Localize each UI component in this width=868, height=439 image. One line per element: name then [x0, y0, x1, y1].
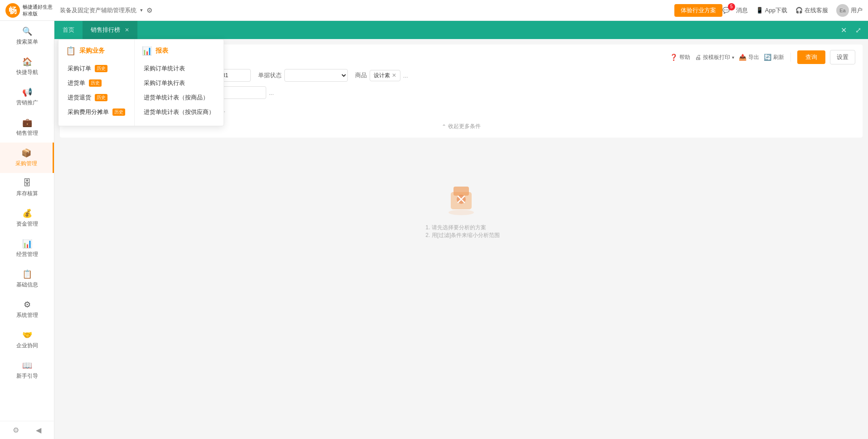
collapse-sidebar-icon[interactable]: ◀: [36, 426, 41, 434]
sidebar-item-system[interactable]: ⚙ 系统管理: [0, 294, 54, 325]
doc-status-filter: 单据状态: [258, 69, 348, 82]
sidebar-item-marketing[interactable]: 📢 营销推广: [0, 82, 54, 112]
inventory-icon: 🗄: [23, 178, 31, 188]
purchase-col: 📋 采购业务 采购订单 历史 进货单 历史 进货退货 历史 采购费用分摊单 历史: [59, 39, 135, 126]
query-button[interactable]: 查询: [797, 50, 825, 64]
collapse-icon: ⌃: [442, 123, 446, 130]
set-button[interactable]: 设置: [830, 50, 855, 64]
topbar-title: 装备及固定资产辅助管理系统 ▾ ⚙: [60, 6, 669, 15]
empty-icon: [441, 178, 482, 219]
home-icon: 🏠: [22, 57, 32, 67]
sidebar-item-inventory[interactable]: 🗄 库存核算: [0, 173, 54, 203]
dropdown-purchase-order[interactable]: 采购订单 历史: [66, 61, 127, 76]
avatar: Ea: [836, 4, 849, 17]
print-dropdown-icon: ▾: [732, 55, 734, 60]
help-action[interactable]: ❓ 帮助: [670, 54, 690, 61]
sidebar-item-guide[interactable]: 📖 新手引导: [0, 355, 54, 385]
app-download-item[interactable]: 📱 App下载: [756, 6, 787, 15]
dropdown-inbound[interactable]: 进货单 历史: [66, 76, 127, 90]
report-col: 📊 报表 采购订单统计表 采购订单执行表 进货单统计表（按商品） 进货单统计表（…: [135, 39, 224, 126]
guide-icon: 📖: [22, 360, 32, 370]
help-icon: ❓: [670, 54, 678, 61]
svg-point-0: [449, 210, 474, 215]
export-icon: 📤: [739, 54, 746, 61]
sales-icon: 💼: [22, 118, 32, 128]
sidebar-item-purchase[interactable]: 📦 采购管理: [0, 143, 54, 173]
svg-rect-2: [454, 187, 469, 196]
tab-close-icon[interactable]: ✕: [125, 27, 129, 33]
empty-hints: 请先选择要分析的方案 用[过滤]条件来缩小分析范围: [423, 224, 500, 239]
dropdown-report-4[interactable]: 进货单统计表（按供应商）: [142, 105, 216, 119]
sidebar-item-basic-info[interactable]: 📋 基础信息: [0, 264, 54, 294]
report-header: 📊 报表: [142, 46, 216, 56]
tab-sales-ranking[interactable]: 销售排行榜 ✕: [83, 21, 137, 39]
topbar: 畅 畅捷通好生意 标准版 装备及固定资产辅助管理系统 ▾ ⚙ 体验行业方案 💬 …: [0, 0, 868, 21]
sidebar-item-finance[interactable]: 💰 资金管理: [0, 203, 54, 233]
dropdown-expense[interactable]: 采购费用分摊单 历史: [66, 105, 127, 119]
sidebar: 🔍 搜索菜单 🏠 快捷导航 📢 营销推广 💼 销售管理 📦 采购管理 🗄 库存核…: [0, 21, 54, 439]
headset-icon: 🎧: [795, 7, 803, 14]
refresh-action[interactable]: 🔄 刷新: [764, 54, 784, 61]
purchase-icon: 📦: [21, 148, 31, 158]
settings-bottom-icon[interactable]: ⚙: [13, 426, 19, 434]
notification-item[interactable]: 💬 5 消息: [722, 6, 748, 15]
purchase-header: 📋 采购业务: [66, 46, 127, 56]
topbar-right: 💬 5 消息 📱 App下载 🎧 在线客服 Ea 用户: [722, 4, 863, 17]
logo: 畅 畅捷通好生意 标准版: [5, 3, 60, 18]
empty-state: 请先选择要分析的方案 用[过滤]条件来缩小分析范围: [60, 142, 863, 276]
dropdown-report-3[interactable]: 进货单统计表（按商品）: [142, 90, 216, 105]
logo-text: 畅捷通好生意 标准版: [23, 4, 53, 17]
logo-icon: 畅: [5, 3, 20, 18]
search-icon: 🔍: [22, 26, 32, 36]
sidebar-item-enterprise[interactable]: 🤝 企业协同: [0, 325, 54, 355]
dropdown-return[interactable]: 进货退货 历史: [66, 90, 127, 105]
refresh-icon: 🔄: [764, 54, 771, 61]
system-title: 装备及固定资产辅助管理系统: [60, 6, 137, 15]
sidebar-item-operations[interactable]: 📊 经营管理: [0, 233, 54, 264]
dropdown-report-1[interactable]: 采购订单统计表: [142, 61, 216, 76]
goods-filter: 商品 设计素 ✕ ...: [355, 70, 408, 81]
user-item[interactable]: Ea 用户: [836, 4, 863, 17]
online-service-item[interactable]: 🎧 在线客服: [795, 6, 828, 15]
print-action[interactable]: 🖨 按模板打印 ▾: [695, 54, 734, 61]
salesman-dots[interactable]: ...: [269, 89, 274, 96]
doc-status-select[interactable]: [284, 69, 348, 82]
trial-button[interactable]: 体验行业方案: [674, 4, 722, 17]
phone-icon: 📱: [756, 7, 763, 14]
purchase-header-icon: 📋: [66, 46, 76, 56]
tab-actions: ✕ ⤢: [837, 24, 868, 36]
sidebar-item-search[interactable]: 🔍 搜索菜单: [0, 21, 54, 51]
dropdown-report-2[interactable]: 采购订单执行表: [142, 76, 216, 90]
tabbar: 首页 销售排行榜 ✕ ✕ ⤢: [54, 21, 868, 39]
goods-tag: 设计素 ✕: [370, 70, 400, 81]
report-header-icon: 📊: [142, 46, 152, 56]
sidebar-item-nav[interactable]: 🏠 快捷导航: [0, 51, 54, 82]
goods-dots[interactable]: ...: [403, 72, 408, 79]
settings-icon[interactable]: ⚙: [146, 6, 152, 15]
sidebar-item-sales[interactable]: 💼 销售管理: [0, 112, 54, 143]
basic-info-icon: 📋: [22, 269, 32, 279]
marketing-icon: 📢: [22, 87, 32, 97]
tab-home[interactable]: 首页: [54, 21, 83, 39]
tab-expand-icon[interactable]: ⤢: [852, 24, 864, 36]
finance-icon: 💰: [22, 208, 32, 218]
notification-badge: 5: [728, 3, 735, 10]
print-icon: 🖨: [695, 54, 701, 61]
goods-tag-close[interactable]: ✕: [392, 72, 396, 79]
operations-icon: 📊: [22, 239, 32, 249]
enterprise-icon: 🤝: [22, 330, 32, 340]
dropdown-menu: 📋 采购业务 采购订单 历史 进货单 历史 进货退货 历史 采购费用分摊单 历史…: [58, 39, 224, 126]
export-action[interactable]: 📤 导出: [739, 54, 759, 61]
system-icon: ⚙: [24, 300, 31, 310]
tab-window-close-icon[interactable]: ✕: [837, 24, 850, 36]
sidebar-bottom: ⚙ ◀: [0, 421, 54, 439]
title-dropdown-icon[interactable]: ▾: [140, 7, 143, 13]
